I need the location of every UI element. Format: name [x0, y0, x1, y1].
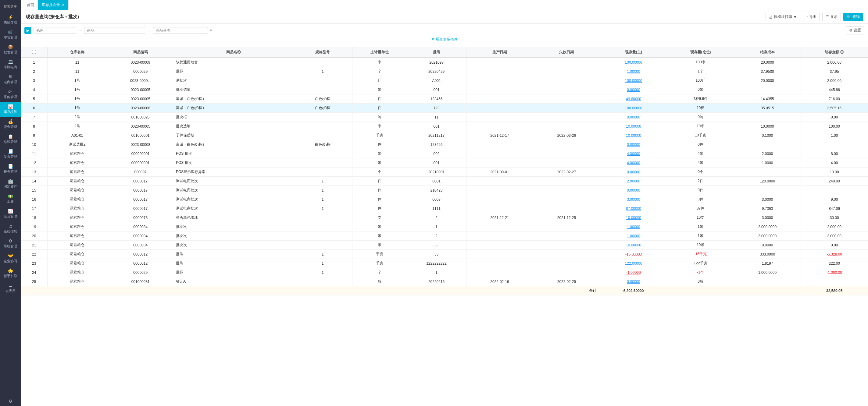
sidebar-item-small-ecom[interactable]: 💻 小脑电商	[0, 57, 21, 72]
cell-qty-main[interactable]: 100.00000	[600, 76, 667, 85]
goods-input[interactable]	[84, 27, 145, 34]
cell-qty-stock: 0瓶	[667, 277, 734, 286]
cell-spec: 1	[293, 177, 352, 186]
print-dropdown-icon: ▼	[793, 15, 797, 19]
cell-prod-date	[466, 149, 533, 158]
cell-exp-date	[533, 149, 600, 158]
cell-qty-main[interactable]: 10.00000	[600, 131, 667, 140]
sidebar-item-tax[interactable]: 📑 税务管理	[0, 162, 21, 176]
cell-qty-main[interactable]: 0.00000	[600, 168, 667, 177]
cell-qty-main[interactable]: 0.00000	[600, 85, 667, 94]
sidebar-item-label: 库存核算	[4, 110, 17, 114]
cell-unit: 米	[352, 122, 407, 131]
cell-prod-date	[466, 58, 533, 67]
cell-qty-main[interactable]: 49.60000	[600, 94, 667, 104]
cell-prod-date	[466, 113, 533, 122]
display-label: 显示	[830, 14, 838, 20]
cell-prod-date: 2021-12-21	[466, 213, 533, 222]
select-all-checkbox[interactable]	[32, 50, 36, 54]
cell-qty-main[interactable]: 4.00000	[600, 158, 667, 168]
sidebar-item-basic[interactable]: 🗂 基础信息	[0, 221, 21, 236]
col-qty-stock: 现存量(仓位)	[667, 47, 734, 58]
sidebar-item-inventory[interactable]: 📊 库存核算	[0, 102, 21, 117]
cell-batch: 3	[407, 241, 466, 250]
export-btn[interactable]: ↑ 导出	[803, 13, 820, 21]
cell-prod-date	[466, 204, 533, 213]
cell-exp-date	[533, 140, 600, 149]
sidebar-item-finance[interactable]: 💰 资金管理	[0, 117, 21, 132]
cell-unit: 米	[352, 241, 407, 250]
sidebar-item-corp[interactable]: 🤝 企业协同	[0, 251, 21, 266]
sidebar-item-hr[interactable]: 💵 工资	[0, 191, 21, 206]
sidebar-item-quick-nav[interactable]: ⚡ 快捷导航	[0, 12, 21, 27]
cell-name: 批号	[174, 250, 293, 259]
cell-exp-date	[533, 113, 600, 122]
category-input[interactable]	[153, 27, 208, 34]
warehouse-input[interactable]	[34, 27, 76, 34]
sidebar-item-accounting[interactable]: 📋 总账管理	[0, 132, 21, 146]
col-qty-main: 现存量(主)	[600, 47, 667, 58]
sidebar-item-cloud[interactable]: ☁ 云应用	[0, 281, 21, 296]
sidebar-item-retail[interactable]: 🛒 零售管理	[0, 27, 21, 42]
filter-arrow-btn[interactable]: ▶	[24, 27, 31, 34]
cell-qty-stock: 4米	[667, 149, 734, 158]
cell-code: 001000031	[107, 277, 174, 286]
cell-qty-main[interactable]: 10.00000	[600, 122, 667, 131]
cell-code: 0023-00005	[107, 85, 174, 94]
sidebar-item-invoice[interactable]: 🧾 发票管理	[0, 146, 21, 162]
cell-qty-main[interactable]: 100.00000	[600, 58, 667, 67]
cell-batch: 001	[407, 122, 466, 131]
cell-exp-date	[533, 76, 600, 85]
cell-seq: 19	[21, 222, 48, 232]
cell-qty-main[interactable]: 1.00000	[600, 67, 667, 76]
sidebar-item-guide[interactable]: 🌟 新手引导	[0, 266, 21, 281]
cell-qty-main[interactable]: 4.00000	[600, 149, 667, 158]
cell-qty-main[interactable]: -1.00000	[600, 268, 667, 277]
cell-qty-main[interactable]: 122.00000	[600, 259, 667, 268]
expand-btn[interactable]: ▼ 展开更多条件	[431, 36, 458, 43]
sidebar-item-ecom[interactable]: 🖥 电商管理	[0, 72, 21, 87]
cell-qty-main[interactable]: 0.00000	[600, 277, 667, 286]
display-btn[interactable]: ☰ 显示	[822, 13, 841, 21]
cell-qty-main[interactable]: 1.00000	[600, 232, 667, 241]
cell-qty-stock: 10米	[667, 122, 734, 131]
tab-home[interactable]: 首页	[23, 0, 38, 10]
cell-qty-main[interactable]: 0.00000	[600, 186, 667, 195]
cell-unit-cost	[734, 140, 801, 149]
print-btn[interactable]: 🖨 按模板打印 ▼	[766, 13, 800, 21]
cell-batch: 002	[407, 149, 466, 158]
cell-qty-main[interactable]: 100.00000	[600, 104, 667, 113]
sidebar-item-wholesale[interactable]: 📦 批发管理	[0, 42, 21, 57]
cell-qty-main[interactable]: 87.00000	[600, 204, 667, 213]
sidebar-item-ops[interactable]: 📈 经营管理	[0, 206, 21, 221]
cell-qty-main[interactable]: 10.00000	[600, 241, 667, 250]
cell-spec	[293, 113, 352, 122]
cell-qty-main[interactable]: 3.00000	[600, 195, 667, 204]
sidebar-item-fixed-asset[interactable]: 🏢 固定资产	[0, 176, 21, 191]
table-row: 16 霸君粮仓 0000017 测试电商批次 1 件 0003 3.00000 …	[21, 195, 868, 204]
query-btn[interactable]: 🔍 查询	[843, 13, 863, 21]
table-row: 18 霸君粮仓 0000078 多头黑色玫瑰 支 2 2021-12-21 20…	[21, 213, 868, 222]
cell-code: 001000001	[107, 131, 174, 140]
sidebar-item-purchase[interactable]: 🛍 采购管理	[0, 87, 21, 102]
sidebar-search[interactable]: 搜索菜单	[0, 2, 21, 11]
cell-spec	[293, 131, 352, 140]
sidebar-item-system[interactable]: ⚙ 系统管理	[0, 236, 21, 251]
cell-unit: 米	[352, 158, 407, 168]
tab-close-btn[interactable]: ✕	[62, 3, 65, 7]
cell-qty-stock: 3件	[667, 195, 734, 204]
settings-btn[interactable]: ⚙ 设置	[846, 26, 864, 34]
table-row: 22 霸君粮仓 0000012 批号 1 千克 33 -16.00000 -16…	[21, 250, 868, 259]
cell-qty-main[interactable]: 0.00000	[600, 113, 667, 122]
table-container[interactable]: 仓库名称 商品编码 商品名称 规格型号 主计量单位 批号 生产日期 失效日期 现…	[21, 47, 868, 406]
cell-qty-main[interactable]: 10.00000	[600, 213, 667, 222]
cell-unit-cost: 20.0000	[734, 76, 801, 85]
cell-qty-main[interactable]: 2.00000	[600, 177, 667, 186]
sidebar-settings-btn[interactable]: ⚙	[0, 396, 21, 406]
cell-qty-main[interactable]: 0.00000	[600, 140, 667, 149]
wholesale-icon: 📦	[8, 44, 13, 49]
tab-inventory-batch[interactable]: 库存批次量 ✕	[38, 0, 69, 10]
cell-qty-main[interactable]: -16.00000	[600, 250, 667, 259]
cell-unit-cost: 10.0000	[734, 122, 801, 131]
cell-qty-main[interactable]: 1.00000	[600, 222, 667, 232]
